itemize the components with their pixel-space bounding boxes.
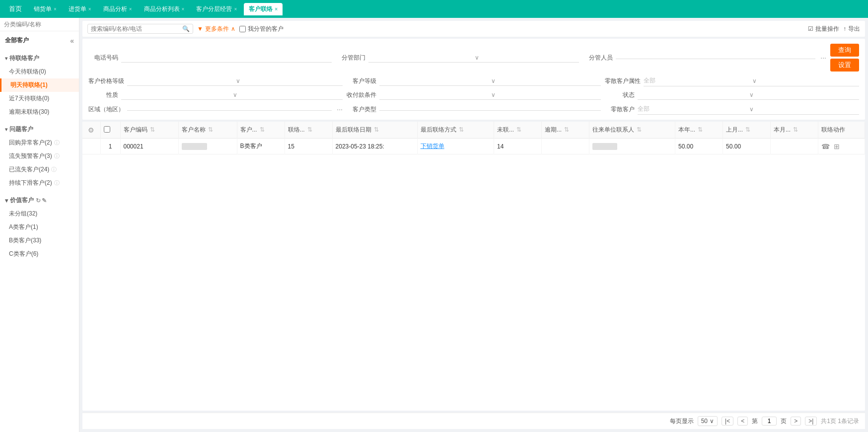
nav-product-analysis[interactable]: 商品分析 ×: [98, 3, 137, 15]
td-last-date: 2023-05-23 18:25:: [332, 139, 417, 154]
filter-dept-select[interactable]: ∨: [368, 53, 579, 63]
sidebar-section-pending: ▾ 待联络客户 今天待联络(0) 明天待联络(1) 近7天待联络(0) 逾期未联…: [0, 50, 79, 121]
set-button[interactable]: 设置: [830, 59, 859, 72]
chevron-down-icon: ∨: [233, 91, 343, 98]
close-icon[interactable]: ×: [54, 6, 57, 12]
sidebar-group-pending[interactable]: ▾ 待联络客户: [0, 52, 79, 65]
sidebar-item-b-class[interactable]: B类客户(33): [0, 234, 79, 247]
sidebar-item-today[interactable]: 今天待联络(0): [0, 65, 79, 78]
sidebar-item-churn-warning[interactable]: 流失预警客户(3) ⓘ: [0, 149, 79, 163]
edit-icon[interactable]: ✎: [42, 197, 47, 204]
filter-payment-select[interactable]: ∨: [379, 90, 601, 100]
close-icon[interactable]: ×: [129, 6, 132, 12]
nav-customer-contact[interactable]: 客户联络 ×: [244, 3, 283, 15]
close-icon[interactable]: ×: [234, 6, 237, 12]
sidebar-item-week[interactable]: 近7天待联络(0): [0, 92, 79, 105]
td-name: ██████: [179, 139, 237, 154]
next-page-btn[interactable]: >: [791, 417, 801, 426]
per-page-value: 50: [701, 418, 708, 425]
nav-sales-order[interactable]: 销货单 ×: [29, 3, 62, 15]
filter-row-2: 客户价格等级 ∨ 客户等级 ∨ 零散客户属性 全部: [88, 75, 859, 86]
th-checkbox: [100, 122, 120, 139]
th-last-month[interactable]: 上月... ⇅: [723, 122, 771, 139]
filter-dept-label: 分管部门: [336, 54, 365, 62]
arrow-icon: ▾: [5, 56, 7, 61]
filter-customer-level-select[interactable]: ∨: [379, 76, 601, 86]
sidebar-item-abnormal[interactable]: 回购异常客户(2) ⓘ: [0, 136, 79, 149]
filter-area-select[interactable]: [127, 108, 332, 111]
my-customers-check[interactable]: [239, 26, 246, 32]
sidebar-item-declining[interactable]: 持续下滑客户(2) ⓘ: [0, 176, 79, 190]
sidebar-item-tomorrow[interactable]: 明天待联络(1): [0, 78, 79, 92]
per-page-select[interactable]: 50 ∨: [698, 416, 718, 426]
th-settings[interactable]: ⚙: [82, 122, 100, 139]
main-layout: 🔍 全部客户 « ▾ 待联络客户 今天待联络(0) 明天待联络(1) 近7天待联…: [0, 18, 868, 432]
close-icon[interactable]: ×: [275, 6, 278, 12]
th-type[interactable]: 客户... ⇅: [237, 122, 285, 139]
prev-page-btn[interactable]: <: [737, 417, 748, 426]
my-customers-checkbox[interactable]: 我分管的客户: [239, 25, 284, 33]
td-unit-contact: ████: [589, 139, 675, 154]
nav-purchase-order[interactable]: 进货单 ×: [64, 3, 96, 15]
search-input[interactable]: [91, 25, 180, 32]
th-contact[interactable]: 联络... ⇅: [285, 122, 332, 139]
filter-phone-input[interactable]: [121, 53, 332, 63]
sort-icon: ⇅: [374, 126, 379, 133]
sidebar-group-problem[interactable]: ▾ 问题客户: [0, 123, 79, 136]
filter-retail-attr-select[interactable]: 全部 ∨: [644, 75, 859, 86]
filter-retail-customer-select[interactable]: 全部 ∨: [638, 104, 859, 115]
nav-customer-stratification[interactable]: 客户分层经营 ×: [191, 3, 242, 15]
sidebar-all-customers[interactable]: 全部客户 «: [0, 33, 79, 48]
filter-status-select[interactable]: ∨: [638, 90, 859, 100]
sidebar-item-ungrouped[interactable]: 未分组(32): [0, 207, 79, 220]
close-icon[interactable]: ×: [88, 6, 91, 12]
more-icon[interactable]: ···: [820, 54, 826, 62]
export-btn[interactable]: ↑ 导出: [843, 25, 860, 33]
sort-icon: ⇅: [564, 126, 569, 133]
nav-home[interactable]: 首页: [4, 2, 27, 15]
th-last-method[interactable]: 最后联络方式 ⇅: [417, 122, 494, 139]
contact-action-icon[interactable]: ☎: [821, 143, 830, 150]
filter-customer-type-select[interactable]: [379, 108, 601, 111]
th-overdue[interactable]: 逾期... ⇅: [542, 122, 589, 139]
sort-icon: ⇅: [260, 126, 265, 133]
select-all-checkbox[interactable]: [104, 126, 110, 133]
th-unit-contact[interactable]: 往来单位联系人 ⇅: [589, 122, 675, 139]
nav-product-analysis-list[interactable]: 商品分析列表 ×: [139, 3, 190, 15]
sidebar-item-a-class[interactable]: A类客户(1): [0, 220, 79, 234]
sidebar-group-value[interactable]: ▾ 价值客户 ↻ ✎: [0, 194, 79, 207]
more-action-icon[interactable]: ⊞: [834, 143, 840, 150]
filter-manager-select[interactable]: [616, 57, 815, 59]
th-this-year[interactable]: 本年... ⇅: [675, 122, 723, 139]
filter-price-level-select[interactable]: ∨: [127, 76, 343, 86]
sidebar-item-overdue[interactable]: 逾期未联络(30): [0, 105, 79, 119]
search-icon[interactable]: 🔍: [182, 25, 190, 32]
th-name[interactable]: 客户名称 ⇅: [179, 122, 237, 139]
filter-gender: 性质 ∨: [88, 90, 343, 100]
th-this-month[interactable]: 本月... ⇅: [771, 122, 818, 139]
sidebar-search-input[interactable]: [4, 21, 78, 28]
first-page-btn[interactable]: |<: [722, 417, 733, 426]
th-code[interactable]: 客户编码 ⇅: [120, 122, 179, 139]
settings-icon[interactable]: ⚙: [88, 126, 94, 134]
value-group-icons: ↻ ✎: [36, 197, 47, 204]
sidebar-item-churned[interactable]: 已流失客户(24) ⓘ: [0, 163, 79, 176]
more-conditions-btn[interactable]: ▼ 更多条件 ∧: [197, 25, 235, 33]
filter-panel: 电话号码 分管部门 ∨ 分管人员 ···: [82, 39, 865, 120]
sidebar-section-all: 全部客户 «: [0, 31, 79, 50]
filter-gender-select[interactable]: ∨: [121, 90, 343, 100]
last-page-btn[interactable]: >|: [805, 417, 817, 426]
query-button[interactable]: 查询: [830, 44, 859, 57]
filter-row-3: 性质 ∨ 收付款条件 ∨ 状态: [88, 90, 859, 100]
page-input[interactable]: [762, 417, 777, 426]
batch-operation-btn[interactable]: ☑ 批量操作: [808, 25, 839, 33]
close-icon[interactable]: ×: [182, 6, 185, 12]
chevron-up-icon: ∧: [231, 25, 235, 32]
filter-area-label: 区域（地区）: [88, 105, 124, 114]
last-method-link[interactable]: 下销货单: [421, 143, 444, 149]
th-last-date[interactable]: 最后联络日期 ⇅: [332, 122, 417, 139]
more-icon[interactable]: ···: [337, 105, 343, 113]
th-not-contacted[interactable]: 未联... ⇅: [494, 122, 542, 139]
sidebar-item-c-class[interactable]: C类客户(6): [0, 247, 79, 261]
refresh-icon[interactable]: ↻: [36, 197, 41, 204]
